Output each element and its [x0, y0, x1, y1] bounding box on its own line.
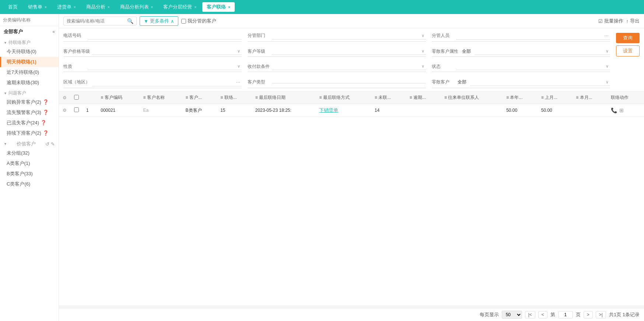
- column-unit-contact: ≡ 往来单位联系人: [441, 92, 503, 104]
- export-button[interactable]: ↑ 导出: [626, 18, 640, 24]
- first-page-button[interactable]: |<: [525, 311, 535, 318]
- row-checkbox-cell[interactable]: [70, 104, 83, 117]
- column-this-month: ≡ 本月...: [572, 92, 607, 104]
- page-suffix: 页: [576, 311, 581, 318]
- sidebar-item-overdue[interactable]: 逾期未联络(30): [0, 77, 59, 88]
- chevron-down-icon: ∨: [606, 64, 609, 69]
- search-input[interactable]: [67, 18, 126, 24]
- query-button[interactable]: 查询: [616, 33, 640, 43]
- sidebar-search-input[interactable]: [3, 17, 58, 23]
- filter-price-level: 客户价格等级 ∨: [63, 48, 242, 57]
- contact-icon[interactable]: 📞: [611, 107, 617, 113]
- row-last-date: 2023-05-23 18:25:: [252, 104, 316, 117]
- row-last-method[interactable]: 下销货单: [315, 104, 371, 117]
- nav-item-customer-contact[interactable]: 客户联络 ×: [202, 2, 235, 12]
- my-customers-checkbox-label[interactable]: 我分管的客户: [181, 18, 216, 24]
- sidebar-item-7days[interactable]: 近7天待联络(0): [0, 67, 59, 77]
- close-icon[interactable]: ×: [108, 5, 110, 9]
- column-uncontacted: ≡ 未联...: [371, 92, 406, 104]
- filter-status: 状态 ∨: [432, 63, 610, 72]
- batch-operation-button[interactable]: ☑ 批量操作: [598, 18, 623, 24]
- select-all-checkbox[interactable]: [74, 95, 79, 100]
- search-button-icon[interactable]: 🔍: [127, 18, 133, 24]
- nav-item-analysis-list[interactable]: 商品分析列表 ×: [116, 2, 158, 12]
- filter-grade-select[interactable]: ∨: [272, 48, 426, 55]
- filter-phone-input[interactable]: [88, 32, 242, 39]
- horizontal-scrollbar[interactable]: [59, 305, 644, 308]
- filter-retail-attr-select[interactable]: ∨: [475, 48, 610, 55]
- contact-method-link[interactable]: 下销货单: [319, 107, 338, 113]
- filter-grade-label: 客户等级: [248, 48, 270, 55]
- total-records: 共1页 1条记录: [609, 311, 640, 318]
- column-settings[interactable]: ⚙: [59, 92, 70, 104]
- customer-table: ⚙ ≡ 客户编码 ≡ 客户名称 ≡ 客户... ≡ 联络... ≡ 最后联络日期…: [59, 92, 644, 117]
- nav-item-analysis[interactable]: 商品分析 ×: [82, 2, 114, 12]
- sidebar-item-declining[interactable]: 持续下滑客户(2) ❓: [0, 128, 59, 138]
- filter-region: 区域（地区） ···: [63, 78, 242, 88]
- filter-retail-label: 零散客户: [432, 79, 454, 85]
- filter-dept-select[interactable]: ∨: [272, 32, 426, 39]
- chevron-down-icon: ∨: [237, 64, 240, 69]
- sidebar-item-abnormal[interactable]: 回购异常客户(2) ❓: [0, 97, 59, 107]
- sidebar-item-today[interactable]: 今天待联络(0): [0, 46, 59, 57]
- page-number-input[interactable]: [558, 311, 573, 318]
- nav-item-sales[interactable]: 销售单 ×: [24, 2, 51, 12]
- row-overdue: [406, 104, 441, 117]
- reset-button[interactable]: 设置: [616, 45, 640, 56]
- my-customers-checkbox[interactable]: [181, 19, 186, 24]
- column-checkbox[interactable]: [70, 92, 83, 104]
- filter-status-select[interactable]: ∨: [456, 63, 610, 70]
- close-icon[interactable]: ×: [74, 5, 76, 9]
- prev-page-button[interactable]: <: [538, 311, 547, 318]
- chevron-down-icon: ∨: [606, 80, 609, 84]
- filter-phone-label: 电话号码: [63, 32, 85, 39]
- row-contact: 15: [217, 104, 252, 117]
- filter-retail-select[interactable]: ∨: [470, 79, 610, 86]
- chevron-down-icon: ∨: [237, 49, 240, 54]
- ellipsis-icon[interactable]: ···: [604, 32, 609, 38]
- table-footer: 每页显示 50 100 200 |< < 第 页 > >| 共1页 1条记录: [59, 308, 644, 321]
- sidebar-item-b-class[interactable]: B类客户(33): [0, 169, 59, 179]
- close-icon[interactable]: ×: [45, 5, 47, 9]
- filter-phone: 电话号码: [63, 31, 242, 42]
- close-icon[interactable]: ×: [151, 5, 153, 9]
- sidebar-item-a-class[interactable]: A类客户(1): [0, 158, 59, 169]
- sidebar-all-customers[interactable]: 全部客户 «: [0, 26, 59, 37]
- filter-payment-select[interactable]: ∨: [272, 63, 426, 70]
- row-gear[interactable]: ⚙: [59, 104, 70, 117]
- filter-nature-select[interactable]: ∨: [88, 63, 242, 70]
- sidebar-item-warning[interactable]: 流失预警客户(3) ❓: [0, 107, 59, 118]
- sidebar-item-c-class[interactable]: C类客户(6): [0, 179, 59, 189]
- per-page-label: 每页显示: [480, 311, 499, 318]
- sidebar-item-lost[interactable]: 已流失客户(24) ❓: [0, 118, 59, 128]
- table-row: ⚙ 1 000021 Ea B类客户 15 2023-05-23 18:25: …: [59, 104, 644, 117]
- close-icon[interactable]: ×: [194, 5, 196, 9]
- next-page-button[interactable]: >: [584, 311, 593, 318]
- toolbar: 🔍 ▼ 更多条件 ∧ 我分管的客户 ☑ 批量操作 ↑ 导出: [59, 14, 644, 28]
- more-icon[interactable]: ⊞: [619, 107, 624, 113]
- last-page-button[interactable]: >|: [596, 311, 606, 318]
- table-body: ⚙ 1 000021 Ea B类客户 15 2023-05-23 18:25: …: [59, 104, 644, 117]
- filter-retail-attr-label: 零散客户属性: [432, 48, 458, 55]
- filter-icon: ▼: [144, 18, 148, 24]
- row-name: Ea: [139, 104, 182, 117]
- column-type: ≡ 客户...: [182, 92, 217, 104]
- nav-item-purchase[interactable]: 进货单 ×: [53, 2, 80, 12]
- sidebar-item-tomorrow[interactable]: 明天待联络(1): [0, 57, 59, 67]
- close-icon[interactable]: ×: [228, 5, 230, 9]
- nav-item-customer-tier[interactable]: 客户分层经营 ×: [159, 2, 201, 12]
- column-actions: 联络动作: [607, 92, 644, 104]
- toolbar-right: ☑ 批量操作 ↑ 导出: [598, 18, 640, 24]
- row-unit-contact: [441, 104, 503, 117]
- per-page-select[interactable]: 50 100 200: [502, 311, 522, 319]
- more-filters-button[interactable]: ▼ 更多条件 ∧: [140, 16, 178, 26]
- filter-retail-customer: 零散客户 全部 ∨: [432, 78, 610, 88]
- nav-home[interactable]: 首页: [4, 2, 22, 12]
- row-last-month: 50.00: [538, 104, 573, 117]
- ellipsis-icon[interactable]: ···: [236, 79, 240, 85]
- row-checkbox[interactable]: [74, 107, 79, 112]
- chevron-left-icon: «: [52, 29, 55, 34]
- sidebar-item-ungrouped[interactable]: 未分组(32): [0, 148, 59, 158]
- filter-price-select[interactable]: ∨: [92, 48, 242, 55]
- row-this-month: [572, 104, 607, 117]
